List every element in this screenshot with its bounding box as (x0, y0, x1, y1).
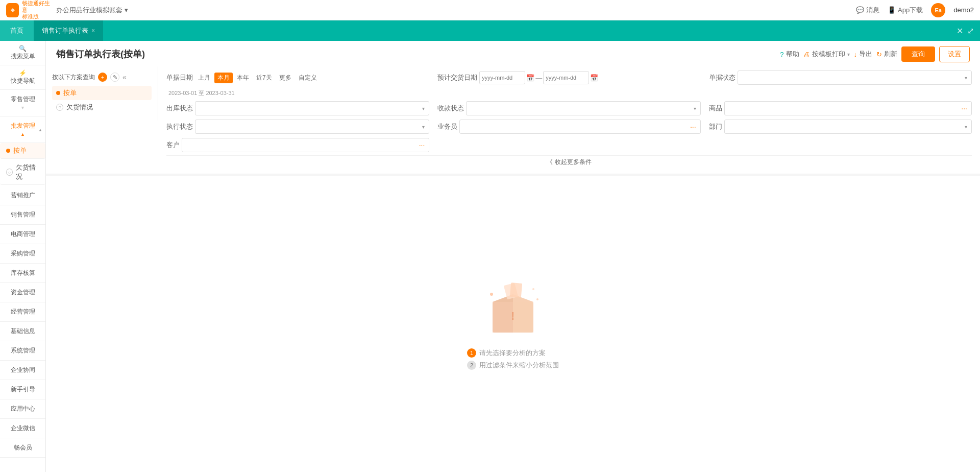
sidebar-shortcut-nav[interactable]: ⚡ 快捷导航 (0, 65, 45, 90)
shortcut-nav-icon: ⚡ (4, 69, 41, 77)
svg-rect-7 (510, 282, 522, 298)
sidebar-sub-按单[interactable]: 按单 (0, 143, 45, 159)
salesperson-select[interactable]: ··· (459, 120, 700, 134)
product-ellipsis-icon: ··· (961, 104, 967, 112)
filter-method-label: 按以下方案查询 (52, 73, 95, 82)
tab-maximize-icon[interactable]: ⤢ (967, 26, 974, 36)
exec-status-label: 执行状态 (166, 122, 193, 131)
sidebar-item-basic[interactable]: 基础信息 (0, 322, 45, 341)
sidebar-sub-欠货情况[interactable]: ○ 欠货情况 (0, 160, 45, 185)
sidebar-item-sales[interactable]: 销售管理 (0, 205, 45, 225)
add-scheme-button[interactable]: + (98, 73, 107, 82)
tab-close-button[interactable]: × (91, 27, 95, 34)
tab-home[interactable]: 首页 (0, 20, 34, 41)
period-current-year[interactable]: 本年 (234, 73, 252, 83)
tab-close-all-icon[interactable]: ✕ (957, 26, 963, 36)
collapse-label: 收起更多条件 (555, 158, 592, 167)
sidebar-item-inventory[interactable]: 库存核算 (0, 264, 45, 283)
svg-point-10 (536, 298, 538, 300)
forecast-date-from[interactable] (479, 71, 525, 84)
filter-method-header: 按以下方案查询 + ✎ « (52, 73, 152, 82)
query-button[interactable]: 查询 (901, 46, 935, 62)
forecast-date-group: 预计交货日期 📅 — 📅 (437, 71, 700, 84)
exec-status-select[interactable]: ▾ (195, 120, 429, 134)
forecast-date-from-icon[interactable]: 📅 (526, 74, 534, 82)
sidebar-item-retail[interactable]: 零售管理 ▼ (0, 90, 45, 116)
sidebar-item-wholesale-label: 批发管理 (2, 122, 43, 130)
sidebar-item-retail-label: 零售管理 (2, 95, 43, 104)
period-last-month[interactable]: 上月 (195, 73, 213, 83)
sub-item-按单-label: 按单 (13, 146, 27, 155)
hint-num-2: 2 (467, 361, 476, 370)
forecast-date-to[interactable] (543, 71, 589, 84)
export-label: 导出 (859, 50, 872, 59)
sidebar-item-purchase[interactable]: 采购管理 (0, 244, 45, 264)
print-button[interactable]: 🖨 按模板打印 ▾ (803, 50, 850, 59)
forecast-date-to-icon[interactable]: 📅 (590, 74, 598, 82)
print-icon: 🖨 (803, 51, 810, 58)
sidebar-item-appcenter[interactable]: 应用中心 (0, 399, 45, 419)
tab-active[interactable]: 销售订单执行表 × (34, 20, 103, 41)
active-dot-icon (6, 149, 10, 153)
message-label: 消息 (866, 6, 879, 15)
bill-status-chevron-icon: ▾ (965, 75, 967, 81)
svg-marker-4 (493, 302, 513, 333)
filter-row-1: 单据日期 上月 本月 本年 近7天 更多 自定义 (166, 70, 972, 85)
department-select[interactable]: ▾ (724, 120, 972, 134)
out-status-chevron-icon: ▾ (422, 106, 425, 111)
sidebar-item-wechat[interactable]: 企业微信 (0, 419, 45, 438)
period-custom[interactable]: 自定义 (296, 73, 320, 83)
user-name[interactable]: demo2 (953, 6, 974, 14)
app-download-action[interactable]: 📱 App下载 (888, 6, 923, 15)
message-action[interactable]: 💬 消息 (856, 6, 879, 15)
settings-button[interactable]: 设置 (939, 46, 970, 62)
product-label: 商品 (709, 104, 722, 113)
scheme-item-按单[interactable]: 按单 (52, 86, 152, 100)
period-last-7-days[interactable]: 近7天 (253, 73, 275, 83)
avatar[interactable]: Ea (931, 3, 945, 17)
refresh-icon: ↻ (876, 51, 882, 58)
sidebar-item-finance[interactable]: 资金管理 (0, 283, 45, 302)
content-area: 销售订单执行表(按单) ? 帮助 🖨 按模板打印 ▾ ↓ 导出 (46, 41, 980, 472)
search-menu-label: 搜索菜单 (4, 52, 41, 61)
scheme-item-欠货情况[interactable]: ○ 欠货情况 (52, 100, 152, 114)
bill-status-select[interactable]: ▾ (738, 70, 972, 85)
product-select[interactable]: ··· (724, 101, 972, 115)
sidebar-item-marketing[interactable]: 营销推广 (0, 186, 45, 205)
filter-row-2: 出库状态 ▾ 收款状态 ▾ (166, 101, 972, 115)
help-label: 帮助 (786, 50, 799, 59)
refresh-button[interactable]: ↻ 刷新 (876, 50, 897, 59)
date-filter-label: 单据日期 (166, 73, 193, 82)
export-icon: ↓ (854, 51, 857, 58)
sidebar-item-guide[interactable]: 新手引导 (0, 380, 45, 399)
out-status-select[interactable]: ▾ (195, 101, 429, 115)
collect-status-select[interactable]: ▾ (466, 101, 700, 115)
sub-item-欠货情况-label: 欠货情况 (16, 163, 39, 181)
sidebar-item-ecommerce[interactable]: 电商管理 (0, 225, 45, 244)
sidebar-item-member[interactable]: 畅会员 (0, 438, 45, 458)
scheme-circle-icon: ○ (56, 104, 63, 111)
edit-scheme-button[interactable]: ✎ (110, 73, 119, 82)
exec-status-group: 执行状态 ▾ (166, 120, 429, 134)
help-button[interactable]: ? 帮助 (780, 50, 799, 59)
period-more[interactable]: 更多 (276, 73, 295, 83)
hint-num-1: 1 (467, 348, 476, 358)
breadcrumb-select[interactable]: 办公用品行业模拟账套 ▾ (56, 6, 128, 15)
app-download-icon: 📱 (888, 6, 896, 14)
collapse-sidebar-button[interactable]: « (122, 73, 127, 81)
shortcut-nav-label: 快捷导航 (4, 77, 41, 85)
export-button[interactable]: ↓ 导出 (854, 50, 873, 59)
customer-select[interactable]: ··· (182, 138, 429, 152)
collapse-more-button[interactable]: 《 收起更多条件 (547, 158, 592, 167)
salesperson-ellipsis-icon: ··· (690, 123, 696, 131)
department-group: 部门 ▾ (709, 120, 972, 134)
svg-point-11 (532, 288, 534, 290)
sidebar-item-system[interactable]: 系统管理 (0, 341, 45, 361)
filter-bar-wrapper: 销售订单执行表(按单) ? 帮助 🖨 按模板打印 ▾ ↓ 导出 (46, 41, 980, 174)
sidebar-item-enterprise[interactable]: 企业协同 (0, 361, 45, 380)
sidebar-item-wholesale[interactable]: 批发管理 ▲ (0, 116, 45, 143)
message-icon: 💬 (856, 6, 864, 14)
sidebar-item-operation[interactable]: 经营管理 (0, 302, 45, 322)
period-current-month[interactable]: 本月 (214, 73, 233, 83)
sidebar-search-menu[interactable]: 🔍 搜索菜单 (0, 41, 45, 65)
